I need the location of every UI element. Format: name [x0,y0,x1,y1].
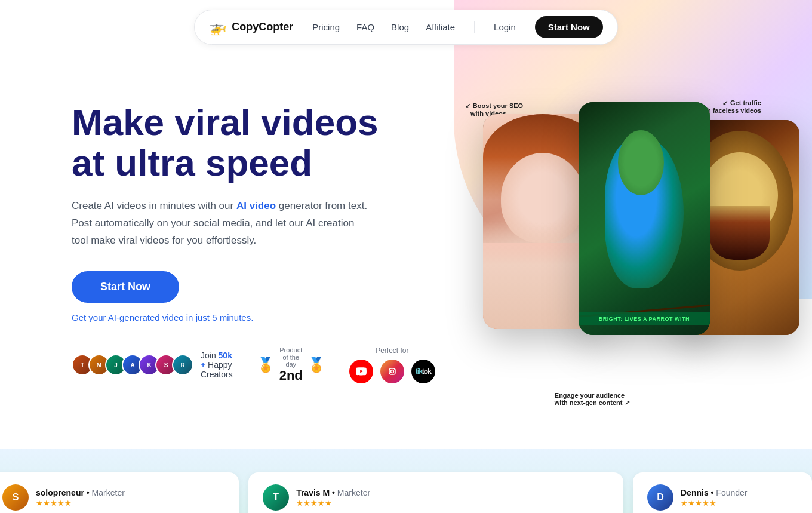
nav-links: Pricing FAQ Blog Affiliate [312,22,455,32]
arrow-seo-icon: ↙ [465,102,470,110]
login-link[interactable]: Login [494,22,516,32]
hero-description: Create AI videos in minutes with our AI … [72,198,370,250]
review-stars-travis: ★★★★★ [296,499,370,508]
reviews-row-1: S solopreneur • Marketer ★★★★★ best cont… [0,472,812,513]
phone-mockup-parrot: BRIGHT: LIVES A PARROT WITH [579,102,710,335]
cta-subtitle: Get your AI-generated video in just 5 mi… [72,312,435,322]
nav-affiliate[interactable]: Affiliate [426,22,455,32]
nav-pricing[interactable]: Pricing [312,22,340,32]
avatar-7: R [172,354,193,376]
review-name-1: solopreneur • Marketer [36,488,125,497]
social-icons: tiktok [349,360,435,383]
nav-faq[interactable]: FAQ [356,22,374,32]
nav-divider [474,21,475,33]
review-meta-dennis: Dennis • Founder ★★★★★ [681,488,748,508]
svg-point-2 [394,368,395,370]
review-stars-dennis: ★★★★★ [681,499,748,508]
reviews-section: S solopreneur • Marketer ★★★★★ best cont… [0,449,812,513]
review-avatar-dennis: D [647,484,673,511]
arrow-engage-icon: ↗ [625,399,630,406]
happy-creators-group: T M J A K S R Join 50k + Happy Creators [72,351,233,379]
instagram-icon[interactable] [380,360,404,383]
annotation-engage: Engage your audiencewith next-gen conten… [555,392,630,407]
review-name-travis: Travis M • Marketer [296,488,370,497]
hero-title: Make viral videos at ultra speed [72,102,435,183]
logo-link[interactable]: 🚁 CopyCopter [209,19,293,36]
product-day-inner: Product of the day 2nd [279,346,303,383]
review-stars-1: ★★★★★ [36,499,125,508]
nav-inner: 🚁 CopyCopter Pricing FAQ Blog Affiliate … [194,10,618,45]
product-day-rank: 2nd [279,368,303,383]
review-header-dennis: D Dennis • Founder ★★★★★ [647,484,798,511]
social-proof: T M J A K S R Join 50k + Happy Creators … [72,346,435,383]
review-header-travis: T Travis M • Marketer ★★★★★ [263,484,609,511]
nav-blog[interactable]: Blog [391,22,409,32]
phone-image-parrot [579,102,710,335]
start-now-button-nav[interactable]: Start Now [535,16,603,38]
product-of-day: 🏅 Product of the day 2nd 🏅 [257,346,325,383]
avatars-group: T M J A K S R [72,354,193,376]
review-name-dennis: Dennis • Founder [681,488,748,497]
laurel-right-icon: 🏅 [307,357,325,373]
review-meta-1: solopreneur • Marketer ★★★★★ [36,488,125,508]
laurel-left-icon: 🏅 [257,357,275,373]
product-day-label: Product of the day [279,346,303,368]
review-card-travis: T Travis M • Marketer ★★★★★ They ship in… [248,472,623,513]
perfect-for-group: Perfect for tiktok [349,346,435,383]
review-meta-travis: Travis M • Marketer ★★★★★ [296,488,370,508]
review-avatar-travis: T [263,484,289,511]
logo-icon: 🚁 [209,19,227,36]
review-header-1: S solopreneur • Marketer ★★★★★ [2,484,224,511]
hero-right: ↙Boost your SEO with videos ↙Get traffic… [447,90,764,425]
svg-point-1 [390,370,393,373]
youtube-icon[interactable] [349,360,373,383]
perfect-for-label: Perfect for [376,346,408,355]
parrot-text-badge: BRIGHT: LIVES A PARROT WITH [579,312,710,325]
start-now-button-hero[interactable]: Start Now [72,271,179,303]
hero-section: Make viral videos at ultra speed Create … [0,54,812,449]
hero-left: Make viral videos at ultra speed Create … [72,90,435,383]
arrow-traffic-icon: ↙ [722,99,728,107]
review-card-partial-1: S solopreneur • Marketer ★★★★★ best cont… [0,472,239,513]
tiktok-icon[interactable]: tiktok [411,360,435,383]
navbar: 🚁 CopyCopter Pricing FAQ Blog Affiliate … [0,0,812,54]
logo-text: CopyCopter [232,21,293,33]
join-text: Join 50k + Happy Creators [201,351,233,379]
review-avatar-1: S [2,484,29,511]
review-card-dennis: D Dennis • Founder ★★★★★ 🤩 [633,472,812,513]
